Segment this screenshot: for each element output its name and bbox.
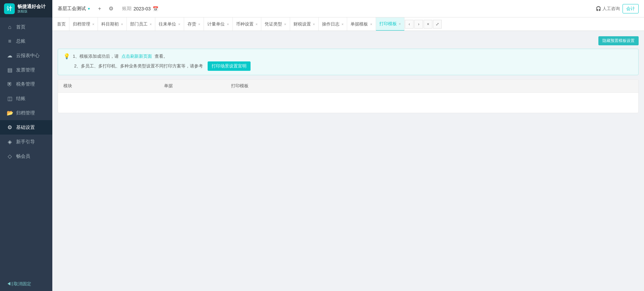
plus-icon: + xyxy=(98,6,101,12)
headset-icon: 🎧 xyxy=(596,6,601,11)
tab-print-template-label: 打印模板 xyxy=(379,21,397,27)
tab-home-label: 首页 xyxy=(57,21,66,27)
topbar-right: 🎧 人工咨询 会计 xyxy=(596,4,639,13)
main-area: 基层工会测试 ▾ + ⚙ 账期 2023-03 📅 🎧 人工咨询 会计 首页 xyxy=(52,0,644,291)
table-body xyxy=(58,93,638,113)
notice-row-2: 2、多员工、多打印机、多种业务类型设置不同打印方案等，请参考 打印场景设置宣明 xyxy=(63,61,633,71)
tab-unit-close[interactable]: × xyxy=(227,22,229,26)
sidebar-item-beginner-guide-label: 新手引导 xyxy=(16,139,35,145)
notice-row-1: 💡 1、模板添加成功后，请 点击刷新新页面 查看。 xyxy=(63,53,633,59)
tab-counterparty-label: 往来单位 xyxy=(159,21,176,27)
calendar-icon[interactable]: 📅 xyxy=(153,6,158,11)
tab-dept-staff[interactable]: 部门员工 × xyxy=(127,17,155,31)
sidebar-item-general-ledger-label: 总账 xyxy=(16,38,25,44)
print-explain-button[interactable]: 打印场景设置宣明 xyxy=(208,61,251,71)
ledger-icon: ≡ xyxy=(7,38,13,44)
tab-tax-settings-label: 财税设置 xyxy=(293,21,311,27)
sidebar-item-beginner-guide[interactable]: ◈ 新手引导 xyxy=(0,135,52,149)
tab-inventory[interactable]: 存货 × xyxy=(184,17,204,31)
kuaiji-button[interactable]: 会计 xyxy=(623,4,639,13)
sidebar-item-settlement-label: 结账 xyxy=(16,96,25,102)
tab-single-template-label: 单据模板 xyxy=(351,21,368,27)
tab-single-template-close[interactable]: × xyxy=(370,22,372,26)
tab-counterparty[interactable]: 往来单位 × xyxy=(155,17,184,31)
sidebar-item-home-label: 首页 xyxy=(16,24,25,30)
sidebar-logo: 计 畅捷通好会计 旗舰版 xyxy=(0,0,52,17)
invoice-icon: ▤ xyxy=(7,67,13,73)
logo-text: 畅捷通好会计 xyxy=(17,4,46,9)
tab-dept-staff-label: 部门员工 xyxy=(130,21,148,27)
lightbulb-icon: 💡 xyxy=(63,53,70,59)
tab-single-template[interactable]: 单据模板 × xyxy=(347,17,376,31)
tab-tax-settings-close[interactable]: × xyxy=(313,22,315,26)
period-value: 2023-03 xyxy=(133,6,151,11)
tab-operation-log[interactable]: 操作日志 × xyxy=(319,17,347,31)
support-button[interactable]: 🎧 人工咨询 xyxy=(596,6,620,12)
sidebar-item-general-ledger[interactable]: ≡ 总账 xyxy=(0,34,52,48)
sidebar-item-member[interactable]: ◇ 畅会员 xyxy=(0,149,52,163)
tab-currency-close[interactable]: × xyxy=(256,22,258,26)
sidebar-item-member-label: 畅会员 xyxy=(16,153,30,159)
sidebar-item-archive[interactable]: 📂 归档管理 xyxy=(0,106,52,120)
notice-box: 💡 1、模板添加成功后，请 点击刷新新页面 查看。 2、多员工、多打印机、多种业… xyxy=(58,49,639,75)
period-display: 账期 2023-03 📅 xyxy=(122,6,158,12)
tab-dept-staff-close[interactable]: × xyxy=(150,22,152,26)
tab-print-template[interactable]: 打印模板 × xyxy=(376,17,405,31)
tab-next-button[interactable]: › xyxy=(414,20,423,29)
org-name-text: 基层工会测试 xyxy=(58,6,86,12)
sidebar-item-invoice-label: 发票管理 xyxy=(16,67,35,73)
sidebar-item-basic-settings[interactable]: ⚙ 基础设置 xyxy=(0,120,52,135)
settings-icon: ⚙ xyxy=(7,124,13,131)
sidebar-item-report-center[interactable]: ☁ 云报表中心 xyxy=(0,48,52,63)
sidebar-item-report-center-label: 云报表中心 xyxy=(16,53,40,59)
logo-icon: 计 xyxy=(4,3,15,14)
tab-inventory-close[interactable]: × xyxy=(198,22,200,26)
gear-icon: ⚙ xyxy=(109,5,113,12)
tab-counterparty-close[interactable]: × xyxy=(178,22,180,26)
topbar-actions: + ⚙ xyxy=(95,4,115,13)
tab-home[interactable]: 首页 xyxy=(54,17,69,31)
unpin-button[interactable]: ◀‖取消固定 xyxy=(0,277,52,291)
hide-preview-bar: 隐藏预置模板设置 xyxy=(58,36,639,45)
hide-preview-button[interactable]: 隐藏预置模板设置 xyxy=(598,36,639,45)
chevron-left-icon: ‹ xyxy=(409,22,410,27)
tab-operation-log-label: 操作日志 xyxy=(322,21,339,27)
sidebar-nav: ⌂ 首页 ≡ 总账 ☁ 云报表中心 ▤ 发票管理 ⛨ 税务管理 ◫ 结账 📂 归… xyxy=(0,17,52,277)
tab-unit-label: 计量单位 xyxy=(207,21,225,27)
col-header-module: 模块 xyxy=(58,83,159,89)
tab-close-all-button[interactable]: × xyxy=(424,20,432,29)
tab-prev-button[interactable]: ‹ xyxy=(405,20,414,29)
tab-subject-init[interactable]: 科目期初 × xyxy=(98,17,126,31)
notice-line2-pre: 2、多员工、多打印机、多种业务类型设置不同打印方案等，请参考 xyxy=(74,63,203,69)
tab-archive-close[interactable]: × xyxy=(92,22,94,26)
sidebar-item-home[interactable]: ⌂ 首页 xyxy=(0,20,52,34)
refresh-link[interactable]: 点击刷新新页面 xyxy=(121,53,152,59)
notice-line1-pre: 1、模板添加成功后，请 xyxy=(73,53,119,59)
tab-archive[interactable]: 归档管理 × xyxy=(69,17,98,31)
tab-voucher-type[interactable]: 凭证类型 × xyxy=(261,17,290,31)
tab-expand-button[interactable]: ⤢ xyxy=(433,20,442,29)
tab-unit[interactable]: 计量单位 × xyxy=(204,17,232,31)
tab-voucher-type-label: 凭证类型 xyxy=(265,21,282,27)
tab-subject-init-label: 科目期初 xyxy=(101,21,119,27)
settings-button[interactable]: ⚙ xyxy=(107,4,115,13)
tab-voucher-type-close[interactable]: × xyxy=(284,22,286,26)
tab-subject-init-close[interactable]: × xyxy=(121,22,123,26)
archive-icon: 📂 xyxy=(7,110,13,116)
org-chevron-icon: ▾ xyxy=(88,6,90,11)
org-name[interactable]: 基层工会测试 ▾ xyxy=(58,6,90,12)
sidebar-item-settlement[interactable]: ◫ 结账 xyxy=(0,91,52,106)
member-icon: ◇ xyxy=(7,153,13,159)
tab-currency-label: 币种设置 xyxy=(236,21,254,27)
add-tab-button[interactable]: + xyxy=(95,4,104,13)
settlement-icon: ◫ xyxy=(7,95,13,102)
col-header-document: 单据 xyxy=(159,83,226,89)
tab-operation-log-close[interactable]: × xyxy=(341,22,343,26)
tab-print-template-close[interactable]: × xyxy=(399,22,401,26)
tab-archive-label: 归档管理 xyxy=(73,21,90,27)
table-header: 模块 单据 打印模板 xyxy=(58,80,638,93)
sidebar-item-invoice[interactable]: ▤ 发票管理 xyxy=(0,63,52,77)
sidebar-item-tax[interactable]: ⛨ 税务管理 xyxy=(0,77,52,91)
tab-tax-settings[interactable]: 财税设置 × xyxy=(290,17,319,31)
tab-currency[interactable]: 币种设置 × xyxy=(233,17,261,31)
